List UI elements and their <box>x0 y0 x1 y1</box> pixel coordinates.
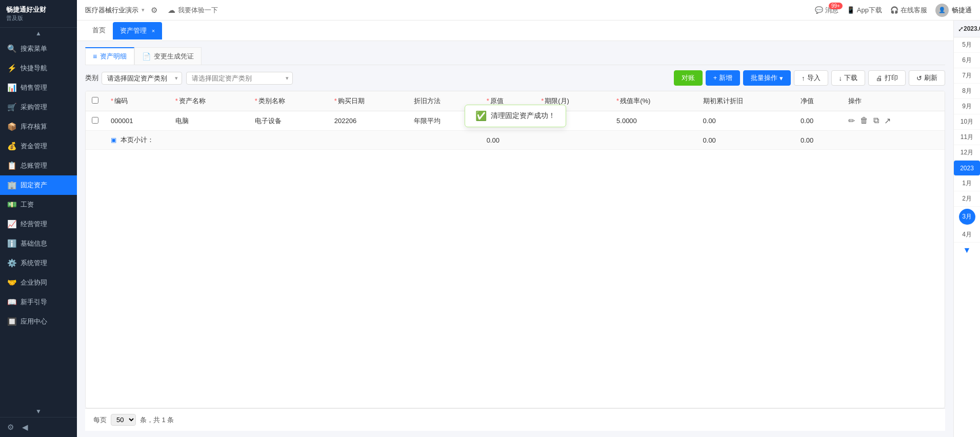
cal-month-1[interactable]: 1月 <box>954 176 980 191</box>
sidebar-item-guide[interactable]: 📖 新手引导 <box>0 292 77 312</box>
inventory-icon: 📦 <box>7 122 16 131</box>
td-checkbox <box>86 111 105 131</box>
cal-month-12[interactable]: 12月 <box>954 145 980 161</box>
delete-icon[interactable]: 🗑 <box>860 116 868 126</box>
sidebar-item-fixed[interactable]: 🏢 固定资产 <box>0 175 77 195</box>
toolbar-left: 类别 请选择固定资产类别 <box>85 72 670 85</box>
sub-tab-asset-detail[interactable]: ≡ 资产明细 <box>85 47 134 65</box>
cal-month-2[interactable]: 2月 <box>954 191 980 207</box>
company-dropdown-arrow: ▾ <box>142 7 145 13</box>
sidebar-scroll-down[interactable]: ▼ <box>0 406 77 417</box>
sidebar-item-label: 应用中心 <box>21 317 47 326</box>
copy-icon[interactable]: ⧉ <box>873 116 879 126</box>
cal-year-2023[interactable]: 2023 <box>954 161 980 176</box>
asset-category-input[interactable] <box>186 72 293 85</box>
toast-check-icon: ✅ <box>475 110 487 122</box>
action-icons: ✏ 🗑 ⧉ ↗ <box>848 116 938 126</box>
cal-month-8[interactable]: 8月 <box>954 84 980 99</box>
sidebar-item-salary[interactable]: 💵 工资 <box>0 195 77 214</box>
tab-close-icon[interactable]: × <box>152 28 155 34</box>
online-service-btn[interactable]: 🎧 在线客服 <box>890 6 927 15</box>
sidebar-item-purchase[interactable]: 🛒 采购管理 <box>0 97 77 117</box>
cal-panel-header: ⤢ 2023.03 ▲ ▼ <box>954 21 980 37</box>
cal-bottom-arrow[interactable]: ▼ <box>954 243 980 258</box>
sidebar-item-label: 企业协同 <box>21 278 47 287</box>
batch-ops-button[interactable]: 批量操作 ▾ <box>743 70 791 86</box>
sidebar-scroll-up[interactable]: ▲ <box>0 28 77 39</box>
cal-month-6[interactable]: 6月 <box>954 53 980 68</box>
more-icon[interactable]: ↗ <box>884 116 891 126</box>
per-page-select[interactable]: 50 <box>111 414 136 426</box>
calendar-panel: ⤢ 2023.03 ▲ ▼ 5月 6月 7月 8月 9月 10月 11月 12月… <box>953 21 980 437</box>
tab-home[interactable]: 首页 <box>85 22 113 40</box>
category-select[interactable]: 请选择固定资产类别 <box>102 72 182 85</box>
th-purchase-date: *购买日期 <box>328 91 408 111</box>
download-button[interactable]: ↓ 下载 <box>831 70 866 86</box>
refresh-icon: ↺ <box>916 74 922 82</box>
edit-icon[interactable]: ✏ <box>848 116 855 126</box>
cal-month-3-current[interactable]: 3月 <box>959 209 975 225</box>
row-checkbox[interactable] <box>92 117 98 124</box>
sidebar-item-ledger[interactable]: 📋 总账管理 <box>0 156 77 175</box>
select-all-checkbox[interactable] <box>92 97 98 104</box>
settings-icon[interactable]: ⚙ <box>7 423 14 432</box>
funds-icon: 💰 <box>7 142 16 151</box>
sidebar-item-funds[interactable]: 💰 资金管理 <box>0 136 77 156</box>
tab-asset-mgmt[interactable]: 资产管理 × <box>113 22 162 39</box>
export-button[interactable]: ↑ 导入 <box>794 70 828 86</box>
sidebar-item-enterprise[interactable]: 🤝 企业协同 <box>0 273 77 292</box>
td-category: 电子设备 <box>249 111 328 131</box>
cal-month-10[interactable]: 10月 <box>954 114 980 130</box>
print-button[interactable]: 🖨 打印 <box>868 70 906 86</box>
app-download-btn[interactable]: 📱 App下载 <box>847 6 882 15</box>
export-icon: ↑ <box>802 74 805 82</box>
cal-month-11[interactable]: 11月 <box>954 130 980 145</box>
cal-month-4[interactable]: 4月 <box>954 227 980 243</box>
sub-tab-change-voucher[interactable]: 📄 变更生成凭证 <box>134 47 202 65</box>
message-badge: 99+ <box>829 3 843 9</box>
user-menu[interactable]: 👤 畅捷通 <box>935 4 972 17</box>
print-label: 打印 <box>885 73 898 83</box>
sidebar-item-sales[interactable]: 📊 销售管理 <box>0 78 77 97</box>
experience-btn[interactable]: ☁ 我要体验一下 <box>168 6 218 15</box>
td-name: 电脑 <box>169 111 249 131</box>
sidebar-item-search[interactable]: 🔍 搜索菜单 <box>0 39 77 58</box>
sidebar-item-operations[interactable]: 📈 经营管理 <box>0 214 77 234</box>
sidebar-item-apps[interactable]: 🔲 应用中心 <box>0 312 77 331</box>
settings-gear-icon[interactable]: ⚙ <box>151 6 157 15</box>
inner-page: ≡ 资产明细 📄 变更生成凭证 类别 <box>77 41 953 437</box>
sidebar-item-label: 总账管理 <box>21 161 47 170</box>
category-label: 类别 <box>85 73 98 83</box>
enterprise-icon: 🤝 <box>7 278 16 287</box>
sidebar: 畅捷通好业财 普及版 ▲ 🔍 搜索菜单 ⚡ 快捷导航 📊 销售管理 🛒 采购管理… <box>0 0 77 437</box>
company-selector[interactable]: 医疗器械行业演示 ▾ <box>85 6 145 15</box>
sidebar-item-quicknav[interactable]: ⚡ 快捷导航 <box>0 58 77 78</box>
sidebar-item-label: 搜索菜单 <box>21 44 47 53</box>
subtotal-empty-checkbox <box>86 131 105 150</box>
app-label: App下载 <box>857 6 882 15</box>
cal-expand-icon[interactable]: ⤢ <box>958 25 964 33</box>
refresh-button[interactable]: ↺ 刷新 <box>909 70 945 86</box>
message-btn[interactable]: 💬 消息 99+ <box>815 6 838 15</box>
cal-month-5[interactable]: 5月 <box>954 37 980 53</box>
toolbar: 类别 请选择固定资产类别 对账 + <box>85 70 945 86</box>
sidebar-item-inventory[interactable]: 📦 库存核算 <box>0 117 77 136</box>
sidebar-item-label: 快捷导航 <box>21 64 47 73</box>
purchase-icon: 🛒 <box>7 103 16 112</box>
quicknav-icon: ⚡ <box>7 64 16 73</box>
reconcile-button[interactable]: 对账 <box>674 70 703 86</box>
sidebar-item-label: 资金管理 <box>21 142 47 151</box>
sidebar-item-system[interactable]: ⚙️ 系统管理 <box>0 253 77 273</box>
sidebar-item-basic[interactable]: ℹ️ 基础信息 <box>0 234 77 253</box>
cal-month-9[interactable]: 9月 <box>954 99 980 114</box>
cal-month-7[interactable]: 7月 <box>954 68 980 84</box>
fixed-icon: 🏢 <box>7 181 16 190</box>
tab-asset-mgmt-label: 资产管理 <box>120 27 147 34</box>
collapse-icon[interactable]: ◀ <box>22 423 28 432</box>
subtotal-row: ▣ 本页小计： 0.00 0.00 0.00 <box>86 131 945 150</box>
page-content: 首页 资产管理 × ≡ 资产明细 📄 变更生成凭证 <box>77 21 953 437</box>
cal-bottom-down-icon[interactable]: ▼ <box>963 246 971 254</box>
new-button[interactable]: + 新增 <box>706 70 740 86</box>
sub-tabs: ≡ 资产明细 📄 变更生成凭证 <box>85 47 945 65</box>
sidebar-item-label: 经营管理 <box>21 220 47 229</box>
